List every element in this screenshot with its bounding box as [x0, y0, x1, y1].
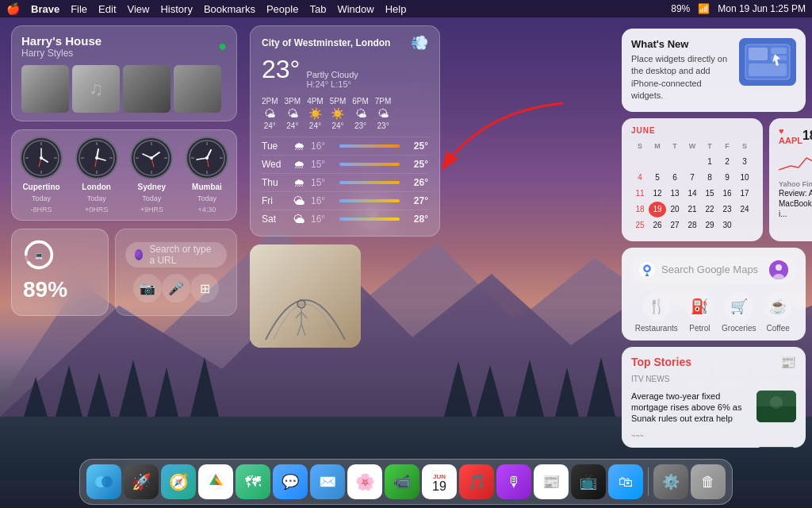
weather-temp-4: 24°	[331, 121, 343, 130]
svg-point-38	[95, 156, 98, 160]
menubar-view[interactable]: View	[128, 3, 150, 15]
whats-new-body: Place widgets directly on the desktop an…	[631, 53, 731, 102]
photo-art-widget	[250, 244, 361, 348]
weather-time-6: 7PM	[375, 97, 392, 106]
clock-label-london: London	[82, 183, 111, 191]
top-stories-widget: Top Stories 📰 ITV NEWS Average two-year …	[622, 347, 806, 448]
qr-icon[interactable]: ⊞	[190, 274, 219, 302]
whats-new-widget: What's New Place widgets directly on the…	[622, 29, 806, 112]
news-source-2: ~~~	[631, 432, 796, 440]
calendar-today[interactable]: 19	[649, 202, 666, 217]
menubar: 🍎 Brave File Edit View History Bookmarks…	[0, 0, 812, 17]
weather-widget: City of Westminster, London 💨 23° Partly…	[250, 25, 440, 237]
search-quick-actions: 📷 🎤 ⊞	[125, 274, 227, 302]
camera-icon[interactable]: 📷	[133, 274, 162, 302]
menubar-window[interactable]: Window	[337, 3, 373, 15]
dock-podcast[interactable]: 🎙	[496, 464, 531, 499]
dock-maps[interactable]: 🗺	[236, 464, 270, 499]
clock-face-cupertino	[20, 137, 63, 179]
svg-rect-70	[771, 48, 787, 54]
dock-photos[interactable]: 🌸	[347, 464, 382, 499]
weather-icon-2: 🌤	[287, 107, 298, 120]
menubar-help[interactable]: Help	[385, 3, 407, 15]
menubar-edit[interactable]: Edit	[98, 3, 116, 15]
menubar-right: 89% 📶 Mon 19 Jun 1:25 PM	[671, 3, 806, 14]
dock-facetime[interactable]: 📹	[385, 464, 419, 499]
weather-time-1: 2PM	[262, 97, 278, 106]
maps-categories: 🍴 Restaurants ⛽ Petrol 🛒 Groceries ☕ Cof…	[631, 292, 796, 333]
weather-daily-icon-3: 🌧	[293, 176, 304, 189]
weather-hour-1: 2PM 🌤 24°	[262, 97, 278, 130]
weather-hour-4: 5PM ☀️ 24°	[330, 97, 347, 130]
maps-cat-label-groceries: Groceries	[722, 324, 756, 333]
weather-time-3: 4PM	[307, 97, 324, 106]
menubar-bookmarks[interactable]: Bookmarks	[204, 3, 255, 15]
dock-system-prefs[interactable]: ⚙️	[653, 464, 688, 499]
dock-mail[interactable]: ✉️	[310, 464, 345, 499]
maps-user-avatar	[769, 260, 788, 279]
svg-point-47	[150, 156, 153, 160]
dock-appstore[interactable]: 🛍	[608, 464, 643, 499]
album-thumb-2: ♫	[72, 65, 120, 113]
svg-point-56	[205, 156, 209, 160]
calendar-stock-row: JUNE S M T W T F S 1 2 3 4	[622, 118, 806, 241]
menubar-history[interactable]: History	[160, 3, 192, 15]
maps-search-bar[interactable]: Search Google Maps	[631, 256, 796, 284]
stock-ticker: ♥ AAPL	[779, 126, 802, 145]
weather-time-2: 3PM	[285, 97, 301, 106]
weather-icon-1: 🌤	[264, 107, 275, 120]
weather-daily-icon-2: 🌧	[293, 158, 304, 171]
apple-logo-icon[interactable]: 🍎	[6, 2, 20, 15]
menubar-tab[interactable]: Tab	[309, 3, 326, 15]
dock-news[interactable]: 📰	[534, 464, 569, 499]
clock-cupertino: Cupertino Today -8HRS	[20, 137, 63, 214]
weather-temp-1: 24°	[264, 121, 276, 130]
clock-sub-cupertino: Today	[32, 194, 51, 202]
menubar-file[interactable]: File	[71, 3, 87, 15]
news-item-2[interactable]: Rare marine heatwave off UK and Irish co…	[631, 441, 796, 448]
menubar-battery: 89%	[671, 3, 690, 14]
weather-current-temp: 23°	[262, 55, 300, 84]
stock-source: Yahoo Finance	[779, 180, 812, 188]
menubar-app-name[interactable]: Brave	[31, 3, 59, 15]
news-image-1	[756, 391, 796, 422]
cal-week-3: 11 12 13 14 15 16 17	[631, 186, 753, 202]
mic-icon[interactable]: 🎤	[162, 274, 190, 302]
dock-finder[interactable]	[86, 464, 121, 499]
cal-week-1: 1 2 3	[631, 154, 753, 170]
clock-london: London Today +0HRS	[75, 137, 118, 214]
dock-safari[interactable]: 🧭	[161, 464, 196, 499]
url-search-bar[interactable]: Search or type a URL	[125, 242, 227, 267]
maps-cat-petrol[interactable]: ⛽ Petrol	[685, 292, 714, 333]
clock-label-cupertino: Cupertino	[22, 183, 59, 191]
album-thumb-1	[21, 65, 69, 113]
maps-cat-groceries[interactable]: 🛒 Groceries	[722, 292, 756, 333]
clock-diff-sydney: +9HRS	[140, 206, 163, 214]
spotify-icon[interactable]: ●	[218, 38, 227, 55]
cal-hdr-thu: T	[701, 138, 718, 154]
dock-trash[interactable]: 🗑	[691, 464, 726, 499]
dock-chrome[interactable]	[198, 464, 233, 499]
dock-tv[interactable]: 📺	[571, 464, 606, 499]
dock-calendar[interactable]: JUN 19	[422, 464, 457, 499]
cal-hdr-sun: S	[631, 138, 649, 154]
menubar-people[interactable]: People	[266, 3, 298, 15]
weather-hour-6: 7PM 🌤 23°	[375, 97, 392, 130]
weather-day-thu: Thu 🌧 15° 26°	[262, 173, 428, 191]
menubar-left: 🍎 Brave File Edit View History Bookmarks…	[6, 2, 406, 15]
dock-launchpad[interactable]: 🚀	[124, 464, 159, 499]
clock-diff-mumbai: +4:30	[198, 206, 216, 214]
calendar-header-row: S M T W T F S	[631, 138, 753, 154]
maps-cat-coffee[interactable]: ☕ Coffee	[764, 292, 792, 333]
top-stories-title: Top Stories	[631, 356, 691, 368]
weather-hour-2: 3PM 🌤 24°	[285, 97, 301, 130]
maps-cat-restaurants[interactable]: 🍴 Restaurants	[635, 292, 678, 333]
svg-rect-69	[749, 48, 768, 60]
news-item-1[interactable]: Average two-year fixed mortgage rises ab…	[631, 385, 796, 429]
weather-low: L:15°	[331, 79, 351, 89]
dock-music[interactable]: 🎵	[459, 464, 494, 499]
dock-messages[interactable]: 💬	[273, 464, 308, 499]
groceries-icon: 🛒	[725, 292, 753, 321]
album-thumb-3	[123, 65, 170, 113]
weather-icon-5: 🌤	[355, 107, 366, 120]
